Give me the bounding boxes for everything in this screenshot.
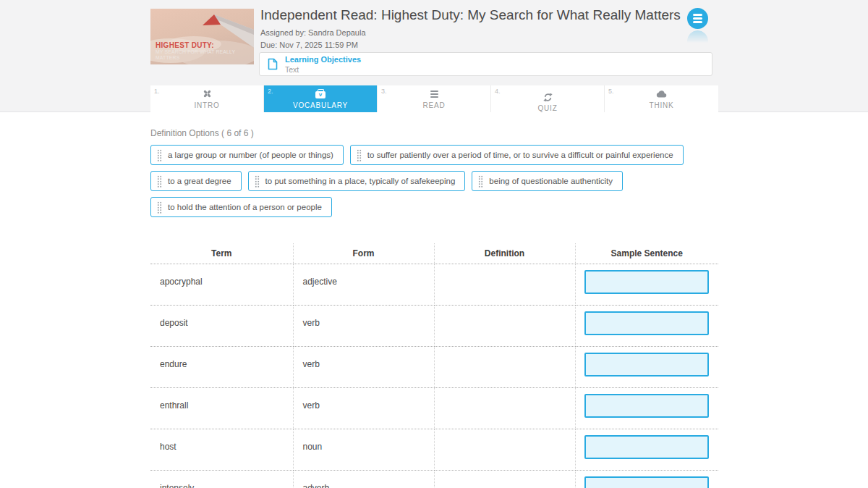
column-header-definition: Definition (434, 243, 575, 264)
term-cell: enthrall (150, 387, 293, 429)
vocabulary-activity: Definition Options ( 6 of 6 ) a large gr… (150, 113, 718, 488)
definition-dropzone[interactable] (434, 470, 575, 488)
table-row: apocryphal adjective (150, 264, 718, 305)
menu-button[interactable] (687, 8, 708, 29)
vocabulary-table: Term Form Definition Sample Sentence apo… (150, 243, 718, 488)
hamburger-icon (693, 14, 702, 16)
document-icon (268, 58, 278, 70)
form-cell: verb (293, 346, 434, 387)
list-lines-icon (430, 89, 438, 99)
vocabulary-box-icon: v (315, 89, 326, 99)
sample-sentence-input[interactable] (584, 270, 709, 294)
form-cell: noun (293, 429, 434, 470)
sample-sentence-input[interactable] (584, 311, 709, 335)
tab-vocabulary[interactable]: 2. v VOCABULARY (264, 85, 378, 112)
definition-options-bank: a large group or number (of people or th… (150, 145, 718, 217)
learning-objectives-title: Learning Objectives (285, 55, 361, 64)
drag-handle-icon (478, 175, 483, 188)
thumbnail-title-line1: HIGHEST DUTY: (156, 41, 254, 50)
tab-read[interactable]: 3. READ (378, 85, 491, 112)
refresh-cycle-icon (543, 93, 553, 102)
tab-intro[interactable]: 1. INTRO (150, 85, 264, 112)
column-header-form: Form (293, 243, 434, 264)
tab-vocabulary-label: VOCABULARY (293, 101, 348, 109)
drag-handle-icon (157, 175, 162, 188)
definition-dropzone[interactable] (434, 387, 575, 429)
form-cell: verb (293, 387, 434, 429)
form-cell: adjective (293, 264, 434, 305)
definition-options-label: Definition Options ( 6 of 6 ) (150, 128, 718, 138)
due-date-text: Due: Nov 7, 2025 11:59 PM (260, 41, 681, 49)
definition-chip[interactable]: a large group or number (of people or th… (150, 145, 344, 165)
page-title: Independent Read: Highest Duty: My Searc… (260, 7, 681, 23)
definition-chip[interactable]: being of questionable authenticity (472, 171, 623, 191)
term-cell: intensely (150, 470, 293, 488)
term-cell: endure (150, 346, 293, 387)
table-row: deposit verb (150, 305, 718, 346)
term-cell: host (150, 429, 293, 470)
term-cell: deposit (150, 305, 293, 346)
table-row: endure verb (150, 346, 718, 387)
book-cover-thumbnail: HIGHEST DUTY: MY SEARCH FOR WHAT REALLY … (150, 9, 254, 64)
term-cell: apocryphal (150, 264, 293, 305)
definition-chip[interactable]: to suffer patiently over a period of tim… (350, 145, 684, 165)
tab-think-label: THINK (650, 101, 674, 109)
learning-objectives-subtitle: Text (285, 65, 361, 74)
definition-dropzone[interactable] (434, 346, 575, 387)
step-tabs: 1. INTRO 2. v VOCABULARY 3. R (150, 85, 718, 112)
definition-dropzone[interactable] (434, 305, 575, 346)
form-cell: adverb (293, 470, 434, 488)
assignment-header: HIGHEST DUTY: MY SEARCH FOR WHAT REALLY … (0, 0, 868, 112)
drag-handle-icon (255, 175, 260, 188)
tab-read-label: READ (423, 101, 446, 109)
drag-handle-icon (157, 149, 162, 161)
table-row: intensely adverb (150, 470, 718, 488)
definition-dropzone[interactable] (434, 264, 575, 305)
table-row: host noun (150, 429, 718, 470)
drag-handle-icon (157, 201, 162, 214)
drag-handle-icon (357, 149, 362, 161)
sample-sentence-input[interactable] (584, 435, 709, 459)
cloud-icon (656, 89, 667, 99)
sample-sentence-input[interactable] (584, 353, 709, 376)
tab-think[interactable]: 5. THINK (605, 85, 718, 112)
column-header-sample-sentence: Sample Sentence (575, 243, 718, 264)
tab-quiz[interactable]: 4. QUIZ (491, 85, 605, 112)
form-cell: verb (293, 305, 434, 346)
definition-chip[interactable]: to hold the attention of a person or peo… (150, 197, 332, 217)
sample-sentence-input[interactable] (584, 394, 709, 418)
thumbnail-title-line2: MY SEARCH FOR WHAT REALLY MATTERS (156, 49, 254, 61)
definition-chip[interactable]: to a great degree (150, 171, 242, 191)
assigned-by-text: Assigned by: Sandra Depaula (260, 28, 681, 37)
definition-dropzone[interactable] (434, 429, 575, 470)
tab-quiz-label: QUIZ (537, 104, 557, 112)
pinwheel-icon (203, 89, 212, 99)
definition-chip[interactable]: to put something in a place, typically o… (248, 171, 466, 191)
tab-intro-label: INTRO (194, 101, 219, 109)
learning-objectives-card[interactable]: Learning Objectives Text (259, 52, 712, 76)
sample-sentence-input[interactable] (584, 476, 709, 488)
table-row: enthrall verb (150, 387, 718, 429)
column-header-term: Term (150, 243, 293, 264)
